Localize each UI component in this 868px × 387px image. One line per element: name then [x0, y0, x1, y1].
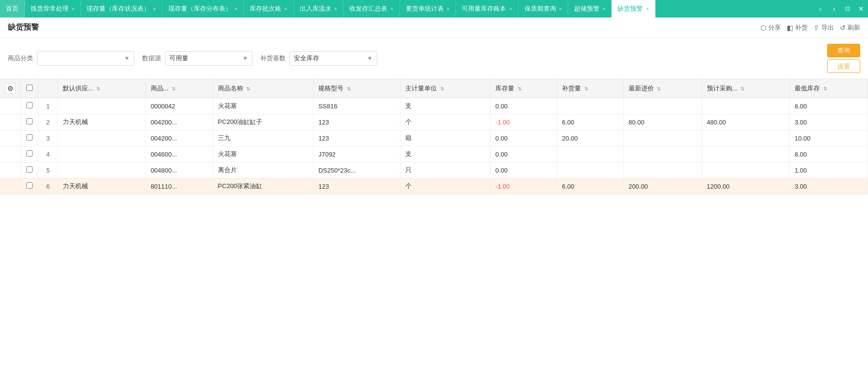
sort-icon-supplier: ⇅	[96, 86, 100, 91]
page-title: 缺货预警	[8, 22, 39, 33]
cell-replenish-qty	[557, 146, 623, 162]
close-tab-10[interactable]: ×	[602, 6, 605, 12]
tab-summary[interactable]: 收发存汇总表 ×	[344, 0, 399, 18]
th-spec[interactable]: 规格型号 ⇅	[313, 79, 400, 98]
row-checkbox-cell	[21, 178, 38, 194]
row-checkbox-cell	[21, 98, 38, 114]
th-replenish-qty[interactable]: 补货量 ⇅	[557, 79, 623, 98]
row-checkbox-5[interactable]	[26, 182, 33, 189]
data-source-select[interactable]: 可用量 ▼	[165, 51, 253, 66]
sort-icon-spec: ⇅	[347, 86, 351, 91]
tab-inout-flow[interactable]: 出入库流水 ×	[294, 0, 344, 18]
cell-unit: 支	[400, 98, 490, 114]
close-tab-4[interactable]: ×	[284, 6, 287, 12]
tab-shortage-warning[interactable]: 缺货预警 ×	[612, 0, 655, 18]
refresh-icon: ↺	[840, 24, 846, 32]
row-settings	[0, 130, 21, 146]
tab-close-all-button[interactable]: ✕	[854, 0, 868, 18]
refresh-button[interactable]: ↺ 刷新	[840, 23, 860, 32]
data-source-value: 可用量	[169, 54, 242, 63]
row-checkbox-cell	[21, 162, 38, 178]
th-default-supplier[interactable]: 默认供应... ⇅	[58, 79, 146, 98]
tab-picking-exception[interactable]: 拣货异常处理 ×	[25, 0, 81, 18]
close-tab-3[interactable]: ×	[235, 6, 237, 12]
replenish-base-filter-group: 补货基数 安全库存 ▼	[260, 51, 377, 66]
cell-product-name: 离合片	[213, 162, 313, 178]
close-tab-11[interactable]: ×	[646, 6, 649, 12]
row-checkbox-cell	[21, 114, 38, 130]
settings-button[interactable]: 设置	[827, 59, 860, 73]
cell-unit: 只	[400, 162, 490, 178]
row-checkbox-2[interactable]	[26, 134, 33, 141]
table-row: 4 004600... 火花塞 J7092 支 0.00 8.00	[0, 146, 868, 162]
row-checkbox-0[interactable]	[26, 102, 33, 108]
tab-expiry[interactable]: 保质期查询 ×	[519, 0, 568, 18]
cell-product-name: PC200张紧油缸	[213, 178, 313, 194]
th-latest-price[interactable]: 最新进价 ⇅	[623, 79, 702, 98]
tab-overstock[interactable]: 超储预警 ×	[568, 0, 612, 18]
cell-product-name: 火花塞	[213, 146, 313, 162]
replenish-base-select[interactable]: 安全库存 ▼	[289, 51, 377, 66]
replenish-button[interactable]: ◧ 补货	[787, 23, 808, 32]
cell-spec: SS816	[313, 98, 400, 114]
table-row: 2 力天机械 004200... PC200油缸缸子 123 个 -1.00 6…	[0, 114, 868, 130]
tab-available-ledger[interactable]: 可用量库存账本 ×	[456, 0, 518, 18]
cell-stock: 0.00	[490, 98, 557, 114]
select-all-checkbox[interactable]	[26, 85, 33, 91]
sort-icon-code: ⇅	[172, 86, 176, 91]
close-tab-6[interactable]: ×	[390, 6, 393, 12]
tab-demand-stats[interactable]: 要货单统计表 ×	[400, 0, 456, 18]
query-button[interactable]: 查询	[827, 44, 860, 57]
th-product-name[interactable]: 商品名称 ⇅	[213, 79, 313, 98]
chevron-down-icon-3: ▼	[367, 55, 373, 62]
close-tab-8[interactable]: ×	[509, 6, 512, 12]
cell-product-code: 801110...	[145, 178, 213, 194]
cell-supplier: 力天机械	[58, 178, 146, 194]
row-checkbox-cell	[21, 130, 38, 146]
tab-prev-button[interactable]: ‹	[814, 0, 827, 18]
table-row: 3 004200... 三九 123 箱 0.00 20.00 10.00	[0, 130, 868, 146]
th-stock[interactable]: 库存量 ⇅	[490, 79, 557, 98]
close-tab-9[interactable]: ×	[559, 6, 562, 12]
export-button[interactable]: ⇧ 导出	[814, 23, 834, 32]
cell-supplier	[58, 146, 146, 162]
row-settings	[0, 98, 21, 114]
th-unit[interactable]: 主计量单位 ⇅	[400, 79, 490, 98]
row-checkbox-4[interactable]	[26, 166, 33, 173]
close-tab-7[interactable]: ×	[447, 6, 450, 12]
tab-next-button[interactable]: ›	[827, 0, 841, 18]
cell-product-name: 三九	[213, 130, 313, 146]
cell-product-name: 火花塞	[213, 98, 313, 114]
sort-icon-name: ⇅	[246, 86, 250, 91]
cell-unit: 支	[400, 146, 490, 162]
close-tab-5[interactable]: ×	[334, 6, 337, 12]
tab-nav-controls: ‹ › ⊡ ✕	[814, 0, 868, 18]
close-tab-1[interactable]: ×	[72, 6, 74, 12]
cell-spec: 123	[313, 114, 400, 130]
cell-replenish-qty: 6.00	[557, 114, 623, 130]
th-checkbox	[21, 79, 38, 98]
cell-min-stock: 3.00	[790, 114, 868, 130]
row-num: 1	[38, 98, 58, 114]
main-content: 缺货预警 ⬡ 分享 ◧ 补货 ⇧ 导出 ↺ 刷新 商品分类	[0, 18, 868, 387]
tab-home[interactable]: 首页	[0, 0, 25, 18]
cell-unit: 个	[400, 114, 490, 130]
close-tab-2[interactable]: ×	[153, 6, 156, 12]
tab-stock-dist[interactable]: 现存量（库存分布表） ×	[163, 0, 244, 18]
cell-latest-price	[623, 146, 702, 162]
tab-restore-button[interactable]: ⊡	[841, 0, 854, 18]
row-checkbox-3[interactable]	[26, 150, 33, 157]
column-settings-icon[interactable]: ⚙	[5, 83, 16, 94]
th-product-code[interactable]: 商品... ⇅	[145, 79, 213, 98]
tab-batch[interactable]: 库存批次账 ×	[244, 0, 293, 18]
tab-stock-status[interactable]: 现存量（库存状况表） ×	[81, 0, 162, 18]
th-min-stock[interactable]: 最低库存 ⇅	[790, 79, 868, 98]
share-button[interactable]: ⬡ 分享	[760, 23, 781, 32]
cell-product-code: 0000042	[145, 98, 213, 114]
th-est-purchase[interactable]: 预计采购... ⇅	[702, 79, 790, 98]
row-checkbox-1[interactable]	[26, 118, 33, 124]
category-select[interactable]: ▼	[37, 51, 134, 66]
header-actions: ⬡ 分享 ◧ 补货 ⇧ 导出 ↺ 刷新	[760, 23, 860, 32]
category-filter-group: 商品分类 ▼	[8, 51, 134, 66]
cell-supplier: 力天机械	[58, 114, 146, 130]
